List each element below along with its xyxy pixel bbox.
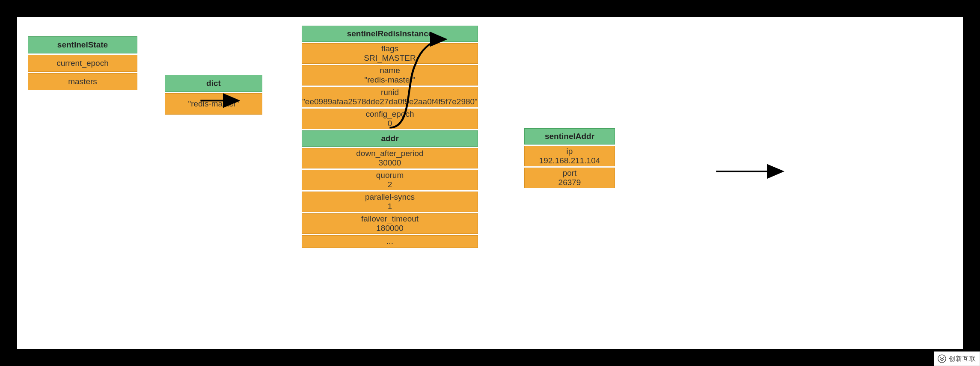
sentinel-state-row-masters: masters <box>28 73 137 90</box>
row-value: SRI_MASTER <box>364 53 416 63</box>
dict-header: dict <box>165 75 262 92</box>
watermark-icon <box>938 354 946 363</box>
instance-row-quorum: quorum 2 <box>302 170 478 190</box>
watermark-text: 创新互联 <box>949 355 976 363</box>
instance-row-more: ... <box>302 235 478 248</box>
diagram-canvas: sentinelState current_epoch masters dict… <box>17 17 963 349</box>
instance-addr-header: addr <box>302 130 478 147</box>
row-label: failover_timeout <box>361 214 419 224</box>
arrows-layer <box>17 17 963 349</box>
row-value: "ee0989afaa2578dde27da0f5e2aa0f4f5f7e298… <box>302 97 478 106</box>
watermark-badge: 创新互联 <box>934 351 980 366</box>
dict-row-key: "redis-master" <box>165 93 262 115</box>
row-value: 30000 <box>379 158 401 168</box>
row-label: runid <box>381 88 399 97</box>
sentinel-state-header: sentinelState <box>28 36 137 53</box>
row-label: name <box>380 66 400 75</box>
addr-header: sentinelAddr <box>524 128 615 145</box>
instance-header: sentinelRedisInstance <box>302 26 478 42</box>
row-value: 26379 <box>558 178 581 187</box>
instance-row-flags: flags SRI_MASTER <box>302 43 478 64</box>
outer-black-frame: sentinelState current_epoch masters dict… <box>9 9 971 357</box>
sentinel-redis-instance-table: sentinelRedisInstance flags SRI_MASTER n… <box>302 26 478 248</box>
instance-row-parallel-syncs: parallel-syncs 1 <box>302 192 478 212</box>
row-value: 1 <box>388 202 392 211</box>
row-label: flags <box>381 44 398 53</box>
instance-row-config-epoch: config_epoch 0 <box>302 109 478 129</box>
row-label: parallel-syncs <box>365 192 415 202</box>
addr-row-port: port 26379 <box>524 168 615 188</box>
row-label: config_epoch <box>365 109 414 119</box>
row-value: "redis-master" <box>364 75 415 85</box>
row-value: 2 <box>388 180 392 189</box>
sentinel-state-table: sentinelState current_epoch masters <box>28 36 137 90</box>
dict-table: dict "redis-master" <box>165 75 262 115</box>
addr-row-ip: ip 192.168.211.104 <box>524 146 615 166</box>
instance-row-name: name "redis-master" <box>302 65 478 86</box>
sentinel-addr-table: sentinelAddr ip 192.168.211.104 port 263… <box>524 128 615 188</box>
instance-row-down-after-period: down_after_period 30000 <box>302 148 478 168</box>
row-label: ip <box>567 147 573 156</box>
row-value: 192.168.211.104 <box>539 156 600 165</box>
row-value: 180000 <box>376 224 403 233</box>
row-label: ... <box>386 237 393 246</box>
instance-row-failover-timeout: failover_timeout 180000 <box>302 213 478 234</box>
sentinel-state-row-current-epoch: current_epoch <box>28 55 137 72</box>
row-label: port <box>563 168 577 178</box>
row-value: 0 <box>388 119 392 128</box>
row-label: quorum <box>376 171 404 180</box>
instance-row-runid: runid "ee0989afaa2578dde27da0f5e2aa0f4f5… <box>302 87 478 107</box>
row-label: down_after_period <box>356 149 423 158</box>
